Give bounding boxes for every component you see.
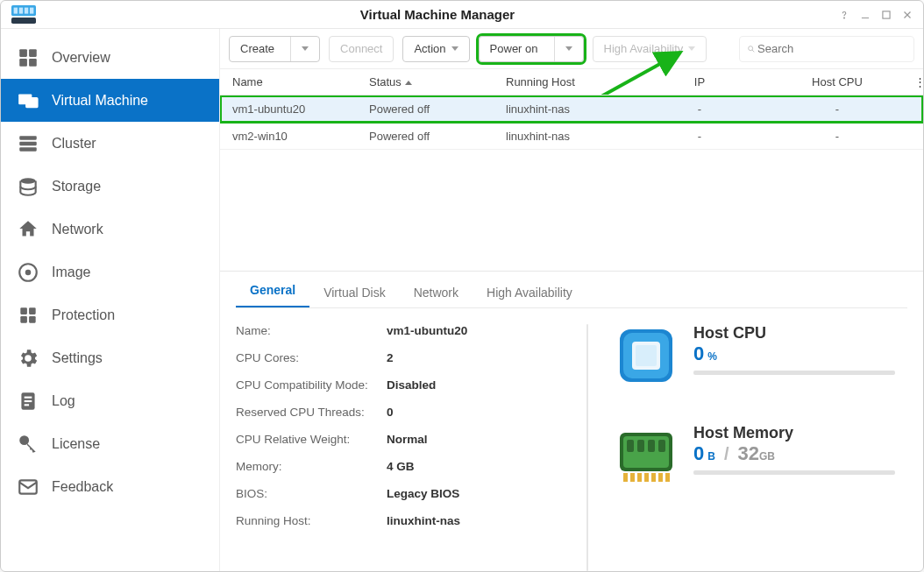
col-running-host[interactable]: Running Host [494, 75, 627, 88]
svg-rect-26 [29, 316, 36, 323]
svg-line-34 [752, 50, 754, 52]
maximize-button[interactable] [876, 4, 897, 25]
svg-point-22 [26, 270, 30, 273]
general-properties: Name:vm1-ubuntu20CPU Cores:2CPU Compatib… [236, 324, 560, 571]
sidebar-item-vm[interactable]: Virtual Machine [1, 79, 219, 122]
svg-rect-17 [19, 136, 37, 139]
minimize-button[interactable] [855, 4, 876, 25]
cpu-value: 0 [693, 342, 704, 365]
table-body: vm1-ubuntu20Powered offlinuxhint-nas--vm… [220, 95, 923, 271]
sort-asc-icon [405, 81, 412, 85]
property-row: CPU Cores:2 [236, 351, 560, 364]
high-availability-button[interactable]: High Availability [593, 36, 707, 62]
sidebar-item-log[interactable]: Log [1, 379, 219, 422]
memory-title: Host Memory [693, 424, 895, 442]
svg-rect-45 [623, 473, 628, 482]
sidebar-item-label: Settings [52, 350, 103, 366]
svg-rect-51 [665, 473, 670, 482]
svg-rect-28 [25, 396, 32, 398]
svg-point-33 [749, 46, 753, 50]
tab-high-availability[interactable]: High Availability [473, 277, 586, 308]
power-on-button[interactable]: Power on [479, 36, 584, 62]
overview-icon [17, 46, 39, 69]
svg-rect-23 [20, 307, 27, 314]
sidebar-item-label: Log [52, 393, 75, 409]
tab-network[interactable]: Network [400, 277, 473, 308]
protect-icon [17, 304, 39, 327]
cpu-chip-icon [615, 324, 678, 387]
svg-rect-50 [658, 473, 663, 482]
svg-rect-2 [14, 7, 18, 13]
create-label: Create [230, 37, 285, 61]
memory-bar [693, 470, 895, 475]
col-ip[interactable]: IP [627, 75, 760, 88]
feedback-icon [17, 476, 39, 498]
col-name[interactable]: Name [220, 75, 357, 88]
svg-rect-16 [26, 97, 38, 107]
sidebar-item-license[interactable]: License [1, 422, 219, 465]
table-row[interactable]: vm1-ubuntu20Powered offlinuxhint-nas-- [220, 95, 923, 123]
svg-rect-29 [25, 399, 32, 401]
sidebar-item-label: Virtual Machine [52, 93, 148, 109]
sidebar-item-network[interactable]: Network [1, 208, 219, 251]
svg-rect-47 [637, 473, 642, 482]
sidebar-item-label: Feedback [52, 479, 113, 495]
close-button[interactable] [897, 4, 918, 25]
svg-rect-5 [30, 7, 33, 13]
search-input[interactable] [756, 41, 906, 56]
sidebar-item-label: Cluster [52, 136, 96, 152]
sidebar-item-label: Overview [52, 50, 110, 66]
svg-rect-19 [19, 147, 37, 151]
divider [586, 324, 588, 571]
table-header: Name Status Running Host IP Host CPU ⋮ [220, 69, 923, 95]
sidebar-item-storage[interactable]: Storage [1, 165, 219, 208]
tab-virtual-disk[interactable]: Virtual Disk [309, 277, 400, 308]
svg-rect-14 [29, 59, 37, 67]
create-button[interactable]: Create [229, 36, 320, 62]
sidebar-item-feedback[interactable]: Feedback [1, 465, 219, 508]
cpu-title: Host CPU [693, 324, 895, 342]
tab-general[interactable]: General [236, 274, 309, 308]
sidebar-item-label: License [52, 436, 100, 452]
sidebar-item-image[interactable]: Image [1, 251, 219, 293]
help-button[interactable] [834, 4, 855, 25]
svg-rect-41 [627, 440, 634, 452]
host-cpu-stat: Host CPU 0% [615, 324, 907, 387]
window-title: Virtual Machine Manager [41, 7, 834, 22]
col-status[interactable]: Status [357, 75, 494, 88]
log-icon [17, 390, 39, 413]
property-row: CPU Relative Weight:Normal [236, 433, 560, 446]
table-row[interactable]: vm2-win10Powered offlinuxhint-nas-- [220, 123, 923, 150]
license-icon [17, 433, 39, 455]
property-row: Memory:4 GB [236, 460, 560, 473]
connect-button[interactable]: Connect [329, 36, 394, 62]
sidebar: OverviewVirtual MachineClusterStorageNet… [1, 29, 220, 571]
sidebar-item-label: Storage [52, 179, 101, 194]
sidebar-item-overview[interactable]: Overview [1, 36, 219, 79]
svg-rect-48 [644, 473, 649, 482]
cluster-icon [17, 132, 39, 155]
svg-rect-3 [19, 7, 23, 13]
sidebar-item-settings[interactable]: Settings [1, 336, 219, 379]
svg-rect-24 [29, 307, 36, 314]
sidebar-item-cluster[interactable]: Cluster [1, 122, 219, 165]
image-icon [17, 261, 39, 284]
titlebar: Virtual Machine Manager [1, 1, 923, 29]
property-row: Running Host:linuxhint-nas [236, 514, 560, 527]
col-host-cpu[interactable]: Host CPU [760, 75, 902, 88]
col-more[interactable]: ⋮ [902, 75, 923, 88]
cpu-bar [693, 371, 895, 375]
action-button[interactable]: Action [402, 36, 469, 62]
memory-total-value: 32 [737, 442, 758, 464]
svg-point-6 [844, 18, 845, 18]
svg-rect-42 [637, 440, 644, 452]
sidebar-item-protect[interactable]: Protection [1, 293, 219, 336]
memory-used-value: 0 [693, 442, 704, 465]
svg-rect-30 [25, 404, 29, 406]
memory-chip-icon [615, 424, 678, 487]
network-icon [17, 218, 39, 241]
toolbar: Create Connect Action Power on High Avai… [220, 29, 923, 69]
svg-point-20 [20, 178, 35, 184]
svg-rect-43 [648, 440, 655, 452]
search-box[interactable] [739, 36, 914, 62]
